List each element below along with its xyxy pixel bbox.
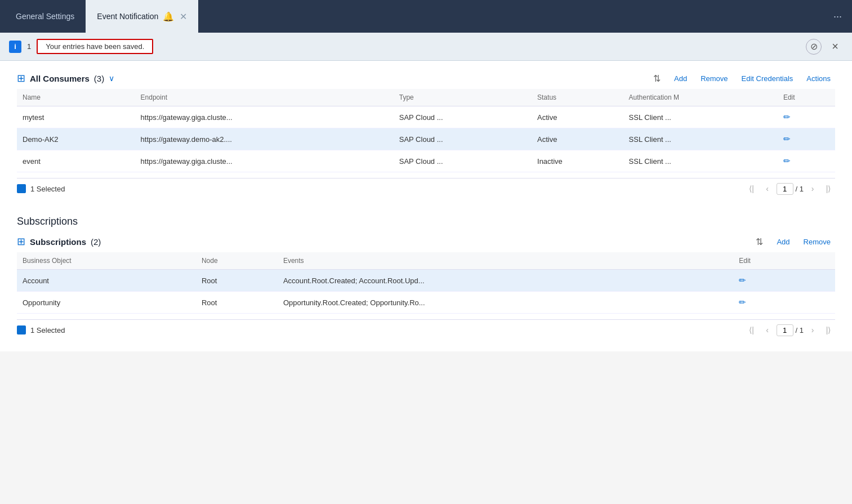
tab-general-settings[interactable]: General Settings bbox=[5, 0, 86, 33]
tab-general-settings-label: General Settings bbox=[16, 12, 74, 21]
page-last-button[interactable]: |⟩ bbox=[822, 182, 835, 195]
subscriptions-add-button[interactable]: Add bbox=[772, 238, 794, 246]
notification-message: Your entries have been saved. bbox=[37, 39, 153, 54]
notification-bar: i 1 Your entries have been saved. ⊘ × bbox=[0, 33, 852, 61]
consumer-name: Demo-AK2 bbox=[17, 128, 135, 150]
consumer-edit-cell: ✏ bbox=[778, 106, 835, 128]
info-icon: i bbox=[9, 41, 21, 53]
consumers-toolbar: ⊞ All Consumers (3) ∨ ⇅ Add Remove Edit … bbox=[17, 72, 835, 84]
consumer-endpoint: https://gateway.giga.cluste... bbox=[135, 150, 394, 172]
consumer-name: mytest bbox=[17, 106, 135, 128]
subscriptions-table: Business Object Node Events Edit Account… bbox=[17, 252, 835, 314]
more-tabs-icon: ··· bbox=[833, 11, 842, 22]
consumer-endpoint: https://gateway.demo-ak2.... bbox=[135, 128, 394, 150]
sub-edit-cell: ✏ bbox=[733, 270, 801, 292]
consumer-edit-cell: ✏ bbox=[778, 128, 835, 150]
main-content: ⊞ All Consumers (3) ∨ ⇅ Add Remove Edit … bbox=[0, 61, 852, 351]
consumer-endpoint: https://gateway.giga.cluste... bbox=[135, 106, 394, 128]
col-header-status: Status bbox=[532, 89, 623, 106]
sub-extra bbox=[801, 270, 835, 292]
consumer-name: event bbox=[17, 150, 135, 172]
consumers-edit-credentials-button[interactable]: Edit Credentials bbox=[737, 74, 798, 83]
sub-events: Opportunity.Root.Created; Opportunity.Ro… bbox=[278, 292, 733, 314]
sub-page-next-button[interactable]: › bbox=[806, 323, 819, 337]
consumer-edit-icon[interactable]: ✏ bbox=[783, 156, 791, 166]
close-icon: × bbox=[832, 40, 838, 53]
sub-col-events: Events bbox=[278, 252, 733, 270]
sub-node: Root bbox=[196, 292, 278, 314]
sub-business-object: Opportunity bbox=[17, 292, 196, 314]
sub-business-object: Account bbox=[17, 270, 196, 292]
consumers-count: (3) bbox=[94, 74, 104, 83]
consumers-actions-button[interactable]: Actions bbox=[802, 74, 835, 83]
tab-event-notification[interactable]: Event Notification 🔔 ✕ bbox=[86, 0, 198, 33]
consumers-table-header: Name Endpoint Type Status Authentication… bbox=[17, 89, 835, 106]
sub-page-prev-button[interactable]: ‹ bbox=[761, 323, 774, 337]
sub-extra bbox=[801, 292, 835, 314]
sub-page-last-button[interactable]: |⟩ bbox=[822, 323, 835, 337]
subscriptions-table-row[interactable]: Account Root Account.Root.Created; Accou… bbox=[17, 270, 835, 292]
subscriptions-table-header: Business Object Node Events Edit bbox=[17, 252, 835, 270]
page-next-button[interactable]: › bbox=[806, 182, 819, 195]
consumer-auth: SSL Client ... bbox=[623, 128, 778, 150]
consumer-type: SAP Cloud ... bbox=[394, 150, 532, 172]
sub-edit-cell: ✏ bbox=[733, 292, 801, 314]
consumers-table-row[interactable]: mytest https://gateway.giga.cluste... SA… bbox=[17, 106, 835, 128]
consumers-selected-label: 1 Selected bbox=[30, 185, 65, 193]
chevron-down-icon: ⊘ bbox=[810, 41, 818, 52]
col-header-edit: Edit bbox=[778, 89, 835, 106]
subscriptions-remove-button[interactable]: Remove bbox=[799, 238, 835, 246]
subscriptions-table-body: Account Root Account.Root.Created; Accou… bbox=[17, 270, 835, 314]
close-notification-button[interactable]: × bbox=[827, 39, 843, 55]
consumer-type: SAP Cloud ... bbox=[394, 128, 532, 150]
consumers-table-row[interactable]: event https://gateway.giga.cluste... SAP… bbox=[17, 150, 835, 172]
consumer-type: SAP Cloud ... bbox=[394, 106, 532, 128]
sub-col-extra bbox=[801, 252, 835, 270]
tab-close-icon[interactable]: ✕ bbox=[180, 11, 187, 22]
page-first-button[interactable]: ⟨| bbox=[745, 182, 759, 195]
page-number-input[interactable] bbox=[777, 183, 793, 195]
subscriptions-title: Subscriptions bbox=[30, 237, 86, 247]
sub-page-number-input[interactable] bbox=[777, 324, 793, 336]
sub-page-total: / 1 bbox=[796, 326, 804, 334]
consumers-table: Name Endpoint Type Status Authentication… bbox=[17, 89, 835, 172]
consumers-selected-checkbox[interactable] bbox=[17, 184, 26, 193]
grid-icon: ⊞ bbox=[17, 72, 25, 84]
col-header-name: Name bbox=[17, 89, 135, 106]
sub-edit-icon[interactable]: ✏ bbox=[739, 275, 746, 285]
subscriptions-footer: 1 Selected ⟨| ‹ / 1 › |⟩ bbox=[17, 319, 835, 340]
consumers-pagination: ⟨| ‹ / 1 › |⟩ bbox=[745, 182, 835, 195]
sub-edit-icon[interactable]: ✏ bbox=[739, 297, 746, 307]
consumer-status: Active bbox=[532, 128, 623, 150]
sub-col-business-object: Business Object bbox=[17, 252, 196, 270]
consumers-title: All Consumers bbox=[30, 74, 90, 83]
consumer-edit-icon[interactable]: ✏ bbox=[783, 134, 791, 144]
consumers-add-button[interactable]: Add bbox=[670, 74, 692, 83]
subscriptions-pagination: ⟨| ‹ / 1 › |⟩ bbox=[745, 323, 835, 337]
col-header-auth: Authentication M bbox=[623, 89, 778, 106]
sort-icon[interactable]: ⇅ bbox=[653, 73, 661, 84]
sub-sort-icon[interactable]: ⇅ bbox=[756, 237, 763, 247]
sub-page-first-button[interactable]: ⟨| bbox=[745, 323, 759, 337]
page-prev-button[interactable]: ‹ bbox=[761, 182, 774, 195]
sub-selected-label: 1 Selected bbox=[30, 326, 65, 334]
subscriptions-section-title: Subscriptions bbox=[17, 216, 835, 228]
subscriptions-table-row[interactable]: Opportunity Root Opportunity.Root.Create… bbox=[17, 292, 835, 314]
collapse-button[interactable]: ⊘ bbox=[806, 39, 822, 55]
consumer-auth: SSL Client ... bbox=[623, 150, 778, 172]
consumers-table-row[interactable]: Demo-AK2 https://gateway.demo-ak2.... SA… bbox=[17, 128, 835, 150]
sub-selected-checkbox[interactable] bbox=[17, 325, 26, 334]
consumer-status: Inactive bbox=[532, 150, 623, 172]
col-header-type: Type bbox=[394, 89, 532, 106]
consumers-remove-button[interactable]: Remove bbox=[696, 74, 732, 83]
subscriptions-toolbar: ⊞ Subscriptions (2) ⇅ Add Remove bbox=[17, 235, 835, 248]
consumer-edit-icon[interactable]: ✏ bbox=[783, 112, 791, 122]
consumers-chevron-icon[interactable]: ∨ bbox=[109, 74, 114, 83]
notification-bell-icon: 🔔 bbox=[163, 11, 174, 22]
page-total: / 1 bbox=[796, 185, 804, 193]
sub-node: Root bbox=[196, 270, 278, 292]
more-tabs-button[interactable]: ··· bbox=[828, 11, 847, 23]
sub-events: Account.Root.Created; Account.Root.Upd..… bbox=[278, 270, 733, 292]
consumer-status: Active bbox=[532, 106, 623, 128]
consumer-edit-cell: ✏ bbox=[778, 150, 835, 172]
